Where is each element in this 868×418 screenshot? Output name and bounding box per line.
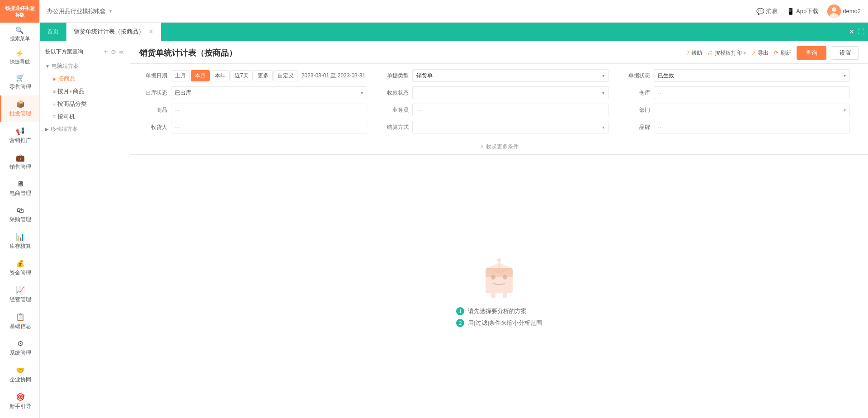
product-dots-icon[interactable]: ··· [175,106,180,114]
sidebar-item-quick-nav[interactable]: ⚡ 快捷导航 [0,46,39,69]
warehouse-dots-icon[interactable]: ··· [658,89,663,96]
sidebar-item-apps[interactable]: 🔧 应用中心 [0,415,39,418]
sidebar-item-search[interactable]: 🔍 搜索菜单 [0,23,39,46]
chevron-right-icon: ▶ [45,127,49,132]
header-left: 办公用品行业模拟账套 ▾ [47,7,112,15]
help-icon: ? [686,50,689,56]
tab-close-icon[interactable]: ✕ [149,28,153,35]
department-select[interactable]: ▾ [654,104,850,116]
date-filter-controls: 上月 本月 本年 近7天 更多 自定义 2023-03-01 至 2023-03… [171,70,376,81]
filter-doc-status-cell: 单据状态 已生效 ▾ [622,69,859,82]
settings-button[interactable]: 设置 [832,46,859,60]
query-button[interactable]: 查询 [797,46,826,60]
refresh-icon: ⟳ [774,50,778,56]
svg-rect-10 [503,293,507,298]
sidebar-item-inventory[interactable]: 📊 库存核算 [0,228,39,255]
page-title-bar: 销货单统计计表（按商品） ? 帮助 🖨 按模板打印 ▾ ↗ 导出 [130,41,868,64]
refresh-btn[interactable]: ⟳ 刷新 [774,49,791,57]
collapse-filters-btn[interactable]: ∧ 收起更多条件 [130,139,868,155]
last-month-btn[interactable]: 上月 [171,70,190,81]
app-download-btn[interactable]: 📱 App下载 [787,7,818,15]
left-panel-actions: ＋ ⟳ ≪ [102,47,124,57]
more-date-btn[interactable]: 更多 [254,70,273,81]
empty-tip-2: 2 用[过滤]条件来缩小分析范围 [456,319,542,327]
svg-point-1 [832,7,836,12]
brand-input[interactable]: ··· [654,121,850,133]
industry-dropdown-icon[interactable]: ▾ [109,9,112,14]
refresh-scheme-btn[interactable]: ⟳ [111,48,117,56]
sidebar-item-sales[interactable]: 💼 销售管理 [0,149,39,176]
doc-type-value: 销货单 [416,72,433,80]
doc-status-value: 已生效 [658,72,674,80]
filter-product-cell: 商品 ··· [139,104,376,116]
settlement-label: 结算方式 [381,124,412,131]
tab-home[interactable]: 首页 [40,23,66,41]
svg-point-6 [503,275,507,280]
out-status-select[interactable]: 已出库 ▾ [171,86,367,99]
filter-row-1: 单据日期 上月 本月 本年 近7天 更多 自定义 2023-03-01 至 20… [139,69,859,82]
sidebar-item-ecommerce[interactable]: 🖥 电商管理 [0,176,39,202]
tree-item-by-cashier[interactable]: ≡ 按司机 [40,110,130,123]
filter-row-2: 出库状态 已出库 ▾ 收款状态 ▾ [139,86,859,99]
sidebar-item-basic[interactable]: 📋 基础信息 [0,308,39,335]
this-month-btn[interactable]: 本月 [191,70,210,81]
salesperson-label: 业务员 [381,106,412,114]
user-avatar[interactable]: demo2 [827,5,861,18]
salesperson-dots-icon[interactable]: ··· [416,106,422,114]
tree-section-desktop[interactable]: ▼ 电脑端方案 [40,60,130,72]
right-panel: 销货单统计计表（按商品） ? 帮助 🖨 按模板打印 ▾ ↗ 导出 [130,41,868,418]
sidebar-item-marketing[interactable]: 📢 营销推广 [0,122,39,149]
settlement-select[interactable]: ▾ [412,121,609,133]
svg-point-8 [497,258,501,262]
left-panel-title: 按以下方案查询 [45,48,83,56]
tip-num-2: 2 [456,319,464,327]
print-dropdown-icon[interactable]: ▾ [744,51,746,56]
message-btn[interactable]: 💬 消息 [756,7,778,15]
doc-type-select[interactable]: 销货单 ▾ [412,69,609,82]
sidebar-item-enterprise[interactable]: 🤝 企业协同 [0,361,39,388]
tree-item-by-month-product[interactable]: ≡ 按月+商品 [40,85,130,98]
collection-status-select[interactable]: ▾ [412,86,609,99]
consignee-dots-icon[interactable]: ··· [175,124,180,131]
brand-dots-icon[interactable]: ··· [658,124,663,131]
export-icon: ↗ [751,50,756,56]
collection-status-label: 收款状态 [381,89,412,97]
doc-type-label: 单据类型 [381,72,412,80]
doc-status-select[interactable]: 已生效 ▾ [654,69,850,82]
sidebar-item-wholesale[interactable]: 📦 批发管理 [0,95,39,122]
sidebar-item-retail[interactable]: 🛒 零售管理 [0,69,39,95]
sidebar-item-newbie[interactable]: 🎯 新手引导 [0,388,39,415]
tab-maximize-icon[interactable]: ⛶ [858,28,864,35]
svg-point-5 [491,275,495,280]
consignee-input[interactable]: ··· [171,121,367,133]
last-7-days-btn[interactable]: 近7天 [231,70,253,81]
sidebar-item-finance[interactable]: 💰 资金管理 [0,255,39,281]
sidebar-item-purchase[interactable]: 🛍 采购管理 [0,202,39,228]
department-arrow-icon: ▾ [844,108,846,113]
sidebar-item-system[interactable]: ⚙ 系统管理 [0,335,39,361]
collection-status-arrow-icon: ▾ [602,90,604,95]
tab-sales-stat[interactable]: 销货单统计计表（按商品） ✕ [66,23,161,41]
warehouse-label: 仓库 [622,89,654,97]
empty-state: 1 请先选择要分析的方案 2 用[过滤]条件来缩小分析范围 [130,155,868,418]
add-scheme-btn[interactable]: ＋ [102,47,109,57]
filter-consignee-cell: 收货人 ··· [139,121,376,133]
custom-date-btn[interactable]: 自定义 [274,70,298,81]
this-year-btn[interactable]: 本年 [211,70,230,81]
sidebar-item-operations[interactable]: 📈 经营管理 [0,281,39,308]
filter-out-status-cell: 出库状态 已出库 ▾ [139,86,376,99]
page-title: 销货单统计计表（按商品） [139,48,237,58]
tree-item-by-product-category[interactable]: ≡ 按商品分类 [40,98,130,110]
export-btn[interactable]: ↗ 导出 [751,49,769,57]
tree-section-mobile[interactable]: ▶ 移动端方案 [40,123,130,135]
warehouse-input[interactable]: ··· [654,86,850,99]
product-input[interactable]: ··· [171,104,367,116]
template-print-btn[interactable]: 🖨 按模板打印 ▾ [708,49,746,57]
tree-item-by-product[interactable]: ● 按商品 [40,72,130,85]
print-icon: 🖨 [708,50,713,56]
collapse-panel-btn[interactable]: ≪ [118,49,124,55]
brand-label: 品牌 [622,124,654,131]
tab-minimize-icon[interactable]: ✕ [849,28,854,35]
help-btn[interactable]: ? 帮助 [686,49,702,57]
salesperson-input[interactable]: ··· [412,104,609,116]
